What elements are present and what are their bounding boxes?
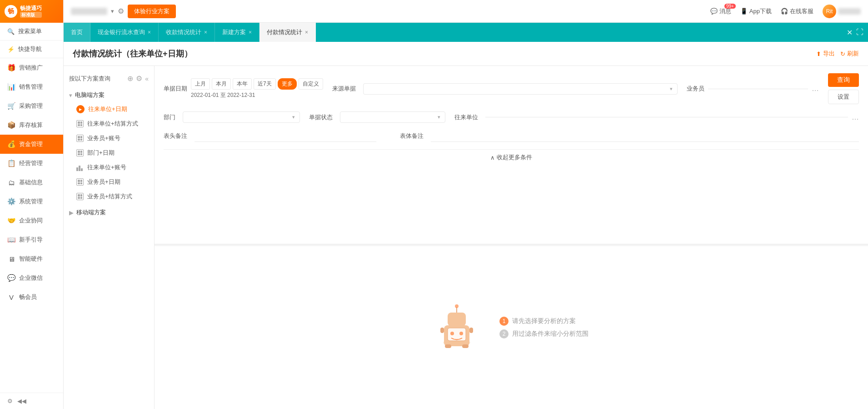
empty-tips: 1 请先选择要分析的方案 2 用过滤条件来缩小分析范围 [499, 317, 589, 338]
content-actions: ⬆ 导出 ↻ 刷新 [816, 50, 859, 58]
export-icon: ⬆ [816, 50, 821, 57]
tab-payment-stat-close[interactable]: × [204, 29, 207, 35]
doc-status-select[interactable]: ▾ [340, 111, 445, 123]
filter-panel: 单据日期 上月 本月 本年 近7天 更多 自定义 2022-01-01 至 20… [155, 66, 868, 244]
date-btn-this-year[interactable]: 本年 [233, 78, 252, 90]
tab-payment-detail-close[interactable]: × [305, 29, 308, 35]
purchase-icon: 🛒 [7, 102, 15, 110]
scheme-icon-staff-date [76, 178, 84, 186]
tab-new-scheme-label: 新建方案 [222, 28, 246, 36]
date-btn-custom[interactable]: 自定义 [299, 78, 323, 90]
scheme-label-staff-settle: 业务员+结算方式 [87, 192, 132, 201]
svg-rect-10 [445, 344, 451, 348]
body-note-input[interactable] [431, 130, 859, 142]
scheme-settings-icon[interactable]: ⚙ [136, 74, 142, 83]
svg-rect-9 [469, 328, 473, 333]
sidebar-item-hardware[interactable]: 🖥 智能硬件 [0, 249, 63, 268]
scheme-item-partner-account[interactable]: 往来单位+账号 [64, 160, 154, 175]
sidebar-item-inventory[interactable]: 📦 库存核算 [0, 116, 63, 135]
panel-collapse-icon[interactable]: « [145, 75, 149, 82]
left-panel-title: 按以下方案查询 [69, 75, 110, 83]
collapse-label: 收起更多条件 [497, 153, 532, 162]
sidebar-item-search-menu[interactable]: 🔍 搜索菜单 [0, 23, 63, 40]
header-note-input[interactable] [195, 130, 376, 142]
scheme-item-staff-date[interactable]: 业务员+日期 [64, 175, 154, 189]
sidebar-label-finance: 资金管理 [19, 140, 43, 148]
sidebar-label-system: 系统管理 [19, 197, 43, 206]
content-header: 付款情况统计（往来单位+日期） ⬆ 导出 ↻ 刷新 [64, 42, 868, 66]
refresh-icon: ↻ [840, 50, 845, 57]
user-name [838, 8, 861, 15]
source-select-arrow: ▾ [670, 86, 673, 92]
sidebar-label-wechat: 企业微信 [19, 274, 43, 282]
main-content-wrapper: 单据日期 上月 本月 本年 近7天 更多 自定义 2022-01-01 至 20… [155, 66, 868, 409]
tab-payment-detail[interactable]: 付款情况统计 × [259, 23, 316, 42]
topbar-dropdown-arrow[interactable]: ▾ [111, 8, 114, 15]
sidebar-item-marketing[interactable]: 🎁 营销推广 [0, 58, 63, 77]
sidebar-item-guide[interactable]: 📖 新手引导 [0, 230, 63, 249]
topbar-right: 💬 消息 99+ 📱 App下载 🎧 在线客服 Rit [710, 5, 861, 18]
scheme-item-partner-settle[interactable]: 往来单位+结算方式 [64, 116, 154, 131]
tab-home-label: 首页 [71, 28, 83, 36]
collapse-more-btn[interactable]: ∧ 收起更多条件 [164, 149, 859, 165]
pc-scheme-group-title[interactable]: ▾ 电脑端方案 [64, 88, 154, 102]
cooperation-icon: 🤝 [7, 217, 15, 225]
sidebar-item-operation[interactable]: 📋 经营管理 [0, 154, 63, 173]
tab-fullscreen-icon[interactable]: ⛶ [856, 28, 863, 36]
scheme-item-staff-settle[interactable]: 业务员+结算方式 [64, 189, 154, 204]
logo-icon: 畅 [5, 5, 17, 18]
scheme-item-partner-date[interactable]: 往来单位+日期 [64, 102, 154, 116]
refresh-btn[interactable]: ↻ 刷新 [840, 50, 859, 58]
sidebar-item-purchase[interactable]: 🛒 采购管理 [0, 96, 63, 116]
date-btn-last-month[interactable]: 上月 [191, 78, 210, 90]
sidebar-item-sales[interactable]: 📊 销售管理 [0, 77, 63, 96]
staff-more-icon[interactable]: … [812, 85, 819, 93]
scheme-item-staff-account[interactable]: 业务员+账号 [64, 131, 154, 146]
empty-content: 1 请先选择要分析的方案 2 用过滤条件来缩小分析范围 [434, 303, 589, 353]
date-btn-7days[interactable]: 近7天 [254, 78, 276, 90]
partner-more-icon[interactable]: … [852, 113, 859, 121]
sidebar-item-wechat[interactable]: 💬 企业微信 [0, 268, 63, 288]
tabbar-actions: ✕ ⛶ [842, 23, 868, 42]
main-area: ▾ ⚙ 体验行业方案 💬 消息 99+ 📱 App下载 🎧 在线客服 Rit [64, 0, 868, 409]
sidebar-item-cooperation[interactable]: 🤝 企业协同 [0, 211, 63, 230]
topbar-gear-icon[interactable]: ⚙ [118, 7, 124, 15]
page-title: 付款情况统计（往来单位+日期） [73, 48, 192, 59]
date-btn-more[interactable]: 更多 [278, 78, 297, 90]
dept-select[interactable]: ▾ [183, 111, 300, 123]
sidebar-item-member[interactable]: V 畅会员 [0, 288, 63, 307]
date-btn-this-month[interactable]: 本月 [212, 78, 231, 90]
guide-icon: 📖 [7, 236, 15, 244]
body-note-label: 表体备注 [400, 132, 424, 140]
tab-home[interactable]: 首页 [64, 23, 90, 42]
topbar-left: ▾ ⚙ 体验行业方案 [71, 5, 176, 18]
query-btn[interactable]: 查询 [828, 73, 859, 87]
trial-btn[interactable]: 体验行业方案 [128, 5, 176, 18]
sidebar-label-member: 畅会员 [19, 293, 37, 301]
topbar-message-btn[interactable]: 💬 消息 99+ [710, 7, 731, 15]
add-scheme-icon[interactable]: ⊕ [127, 74, 133, 83]
tab-close-all-icon[interactable]: ✕ [847, 28, 853, 37]
svg-rect-2 [448, 328, 466, 341]
tab-bank-flow-close[interactable]: × [148, 29, 151, 35]
tab-payment-stat[interactable]: 收款情况统计 × [159, 23, 215, 42]
sidebar-settings-icon[interactable]: ⚙ [7, 398, 13, 404]
tab-new-scheme[interactable]: 新建方案 × [215, 23, 259, 42]
filter-row-1: 单据日期 上月 本月 本年 近7天 更多 自定义 2022-01-01 至 20… [164, 73, 859, 104]
sidebar-collapse-icon[interactable]: ◀◀ [17, 398, 26, 404]
tab-bank-flow[interactable]: 现金银行流水查询 × [90, 23, 159, 42]
topbar-app-download-btn[interactable]: 📱 App下载 [740, 7, 772, 15]
search-icon: 🔍 [7, 28, 15, 35]
sidebar-item-finance[interactable]: 💰 资金管理 [0, 135, 63, 154]
sidebar-item-system[interactable]: ⚙️ 系统管理 [0, 192, 63, 211]
mobile-scheme-group-title[interactable]: ▶ 移动端方案 [64, 206, 154, 219]
sidebar-item-quick-nav[interactable]: ⚡ 快捷导航 [0, 40, 63, 58]
source-select[interactable]: ▾ [363, 83, 678, 95]
tab-new-scheme-close[interactable]: × [249, 29, 252, 35]
topbar-service-btn[interactable]: 🎧 在线客服 [781, 7, 813, 15]
export-btn[interactable]: ⬆ 导出 [816, 50, 835, 58]
user-info[interactable]: Rit [823, 5, 861, 18]
sidebar-item-basic-info[interactable]: 🗂 基础信息 [0, 173, 63, 192]
scheme-item-dept-date[interactable]: 部门+日期 [64, 146, 154, 160]
settings-btn[interactable]: 设置 [828, 90, 859, 104]
